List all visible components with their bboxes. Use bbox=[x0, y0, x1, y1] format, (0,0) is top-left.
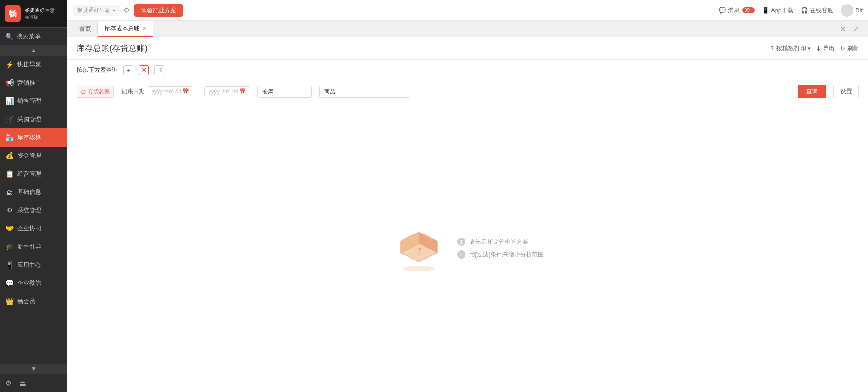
date-from-placeholder: yyyy-mm-dd bbox=[152, 88, 181, 95]
app-name: 畅捷通好生意 bbox=[25, 7, 55, 14]
sidebar-item-label: 新手引导 bbox=[17, 243, 41, 251]
scroll-down-button[interactable]: ▼ bbox=[0, 364, 67, 374]
online-service-label: 在线客服 bbox=[810, 6, 833, 15]
search-menu[interactable]: 🔍 搜索菜单 bbox=[0, 28, 67, 46]
inventory-icon: 🏪 bbox=[5, 133, 14, 142]
purchase-icon: 🛒 bbox=[5, 115, 14, 123]
filter-clear-button[interactable]: ✕ bbox=[139, 65, 149, 75]
sidebar-item-inventory[interactable]: 🏪 库存核算 bbox=[0, 128, 67, 147]
print-button[interactable]: 🖨 按模板打印 ▾ bbox=[769, 44, 811, 52]
more-dots-goods-icon[interactable]: ··· bbox=[400, 88, 405, 95]
goods-select[interactable]: 商品 ··· bbox=[319, 86, 410, 98]
scheme-label: 存货总账 bbox=[88, 88, 110, 96]
user-profile[interactable]: Rit bbox=[841, 4, 863, 17]
close-window-button[interactable]: ✕ bbox=[836, 25, 849, 33]
refresh-icon: ↻ bbox=[840, 45, 845, 52]
tip-item-1: 1 请先选择要分析的方案 bbox=[457, 238, 543, 246]
sidebar-item-purchase[interactable]: 🛒 采购管理 bbox=[0, 110, 67, 128]
speaker-icon[interactable]: ⏏ bbox=[19, 379, 26, 387]
refresh-label: 刷新 bbox=[847, 44, 859, 52]
scheme-icon: ⊙ bbox=[81, 88, 86, 95]
calendar-icon[interactable]: 📅 bbox=[239, 88, 246, 95]
message-badge: 99+ bbox=[742, 7, 755, 13]
newbie-icon: 🎓 bbox=[5, 243, 14, 251]
close-tab-icon[interactable]: ✕ bbox=[143, 25, 147, 31]
topbar-title-text: 畅捷通好生意 bbox=[77, 6, 110, 14]
sales-icon: 📊 bbox=[5, 97, 14, 105]
user-name: Rit bbox=[855, 7, 863, 14]
settings-icon[interactable]: ⚙ bbox=[5, 379, 12, 387]
topbar-left: 畅捷通好生意 ▾ ⚙ 体验行业方案 bbox=[73, 4, 719, 17]
app-download-item[interactable]: 📱 App下载 bbox=[762, 6, 793, 15]
trial-button[interactable]: 体验行业方案 bbox=[134, 4, 183, 17]
topbar-gear-icon[interactable]: ⚙ bbox=[123, 6, 130, 15]
search-icon: 🔍 bbox=[5, 33, 13, 40]
topbar-right: 💬 消息 99+ 📱 App下载 🎧 在线客服 Rit bbox=[719, 4, 863, 17]
filter-label: 按以下方案查询 bbox=[77, 66, 118, 74]
sidebar-item-member[interactable]: 👑 畅会员 bbox=[0, 292, 67, 311]
settings-button[interactable]: 设置 bbox=[833, 85, 859, 98]
page-header: 库存总账(存货总账) 🖨 按模板打印 ▾ ⬇ 导出 ↻ 刷新 bbox=[67, 37, 868, 60]
page-title: 库存总账(存货总账) bbox=[77, 43, 148, 54]
sidebar-item-sales[interactable]: 📊 销售管理 bbox=[0, 92, 67, 110]
query-button[interactable]: 查询 bbox=[798, 85, 826, 98]
appcenter-icon: 📱 bbox=[5, 261, 14, 269]
export-label: 导出 bbox=[823, 44, 835, 52]
tip-item-2: 2 用[过滤]条件来缩小分析范围 bbox=[457, 250, 543, 259]
date-to-input[interactable]: yyyy-mm-dd 📅 bbox=[204, 86, 250, 97]
sidebar-item-label: 采购管理 bbox=[17, 115, 41, 123]
app-download-label: App下载 bbox=[771, 6, 793, 15]
sidebar-item-quick-nav[interactable]: ⚡ 快捷导航 bbox=[0, 56, 67, 74]
topbar-title-area[interactable]: 畅捷通好生意 ▾ bbox=[73, 5, 120, 16]
date-to-placeholder: yyyy-mm-dd bbox=[209, 88, 238, 95]
sidebar-item-label: 快捷导航 bbox=[17, 61, 41, 69]
sidebar-item-collab[interactable]: 🤝 企业协同 bbox=[0, 219, 67, 238]
marketing-icon: 📢 bbox=[5, 79, 14, 87]
refresh-button[interactable]: ↻ 刷新 bbox=[840, 44, 859, 52]
sidebar-item-label: 企业协同 bbox=[17, 224, 41, 233]
sidebar-item-finance[interactable]: 💰 资金管理 bbox=[0, 147, 67, 165]
more-dots-icon[interactable]: ··· bbox=[301, 88, 307, 95]
filter-scheme-tag[interactable]: ⊙ 存货总账 bbox=[77, 86, 114, 98]
search-menu-label: 搜索菜单 bbox=[17, 32, 41, 41]
tabs-bar: 首页 库存成本总账 ✕ ✕ ⤢ bbox=[67, 21, 868, 37]
message-item[interactable]: 💬 消息 99+ bbox=[719, 6, 755, 15]
sidebar-item-operations[interactable]: 📋 经营管理 bbox=[0, 165, 67, 183]
warehouse-select[interactable]: 仓库 ··· bbox=[257, 86, 312, 98]
chevron-down-icon[interactable]: ▾ bbox=[808, 46, 811, 51]
member-icon: 👑 bbox=[5, 297, 14, 305]
scroll-up-button[interactable]: ▲ bbox=[0, 46, 67, 56]
sidebar-item-label: 营销推广 bbox=[17, 79, 41, 87]
app-version: 标准版 bbox=[25, 14, 55, 20]
calendar-icon[interactable]: 📅 bbox=[182, 88, 189, 95]
wechat-icon: 💬 bbox=[5, 279, 14, 287]
svg-text:?: ? bbox=[417, 246, 422, 255]
sidebar-item-appcenter[interactable]: 📱 应用中心 bbox=[0, 256, 67, 274]
tab-cost-ledger[interactable]: 库存成本总账 ✕ bbox=[98, 21, 153, 37]
tip-number-2: 2 bbox=[457, 250, 465, 259]
empty-box-svg: ? bbox=[392, 221, 446, 275]
sidebar-item-marketing[interactable]: 📢 营销推广 bbox=[0, 74, 67, 92]
filter-collapse-button[interactable]: 《 bbox=[154, 65, 164, 75]
tip-text-1: 请先选择要分析的方案 bbox=[469, 238, 528, 246]
sidebar-item-label: 企业微信 bbox=[17, 279, 41, 287]
page-area: 库存总账(存货总账) 🖨 按模板打印 ▾ ⬇ 导出 ↻ 刷新 按以下方案查询 bbox=[67, 37, 868, 392]
resize-window-button[interactable]: ⤢ bbox=[849, 25, 863, 33]
tab-home[interactable]: 首页 bbox=[73, 21, 98, 37]
date-from-input[interactable]: yyyy-mm-dd 📅 bbox=[148, 86, 193, 97]
svg-point-6 bbox=[403, 266, 435, 271]
sidebar-item-label: 资金管理 bbox=[17, 152, 41, 160]
empty-tips: 1 请先选择要分析的方案 2 用[过滤]条件来缩小分析范围 bbox=[457, 238, 543, 259]
export-button[interactable]: ⬇ 导出 bbox=[816, 44, 835, 52]
filter-add-button[interactable]: + bbox=[123, 65, 133, 75]
online-service-item[interactable]: 🎧 在线客服 bbox=[801, 6, 833, 15]
sidebar-item-newbie[interactable]: 🎓 新手引导 bbox=[0, 238, 67, 256]
sidebar-item-wechat[interactable]: 💬 企业微信 bbox=[0, 274, 67, 292]
app-logo: 畅 畅捷通好生意 标准版 bbox=[0, 0, 67, 28]
sidebar-item-system[interactable]: ⚙ 系统管理 bbox=[0, 201, 67, 219]
warehouse-label: 仓库 bbox=[262, 88, 273, 96]
topbar: 畅捷通好生意 ▾ ⚙ 体验行业方案 💬 消息 99+ 📱 App下载 🎧 在线客… bbox=[67, 0, 868, 21]
headset-icon: 🎧 bbox=[801, 7, 808, 14]
sidebar-item-basic[interactable]: 🗂 基础信息 bbox=[0, 183, 67, 201]
message-icon: 💬 bbox=[719, 7, 726, 14]
